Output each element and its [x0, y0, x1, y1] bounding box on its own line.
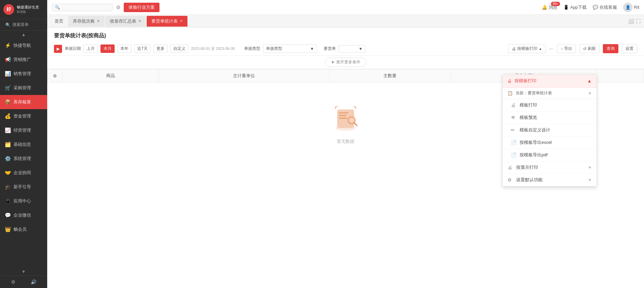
sidebar-item-finance[interactable]: 💰 资金管理 [0, 109, 47, 123]
date-7days-btn[interactable]: 近7天 [134, 44, 151, 53]
topbar-right: 🔔 消息 99+ 📱 App下载 💬 在线客服 👤 Rit [542, 3, 639, 12]
date-prev-month-btn[interactable]: 上月 [84, 44, 98, 53]
sidebar-item-quicknav[interactable]: ⚡ 快捷导航 [0, 38, 47, 53]
yaohuodan-select[interactable]: ▼ [339, 45, 365, 53]
system-icon: ⚙️ [5, 156, 11, 162]
sidebar-item-label: 营销推广 [13, 57, 31, 63]
toolbar-expand-button[interactable]: ▶ [54, 45, 62, 53]
basic-icon: 🗂️ [5, 141, 11, 148]
sidebar-item-sales[interactable]: 📊 销售管理 [0, 67, 47, 81]
sidebar-item-wechat[interactable]: 💬 企业微信 [0, 208, 47, 222]
tab-home[interactable]: 首页 [51, 16, 67, 26]
sidebar-item-label: 库存核算 [13, 99, 31, 105]
topbar-gear-icon[interactable]: ⚙ [116, 4, 120, 10]
sidebar-item-member[interactable]: 👑 畅会员 [0, 222, 47, 236]
trial-button[interactable]: 体验行业方案 [124, 3, 159, 12]
tab-minimize-icon[interactable]: ⬜ [628, 19, 634, 24]
dropdown-header-left: 🖨 按模板打印 [507, 78, 536, 84]
app-logo: 好 畅捷通好生意 标准版 [0, 0, 47, 19]
sidebar-item-system[interactable]: ⚙️ 系统管理 [0, 152, 47, 166]
print-dropdown-icon: 🖨 [507, 78, 512, 84]
svg-line-7 [354, 123, 357, 126]
purchase-icon: 🛒 [5, 85, 11, 91]
sidebar-item-purchase[interactable]: 🛒 采购管理 [0, 81, 47, 95]
template-print-label: 模板打印 [520, 102, 537, 108]
refresh-button[interactable]: ↺ 刷新 [579, 44, 599, 53]
column-settings-icon[interactable]: ⚙ [53, 73, 57, 78]
filter-toolbar: ▶ 单据日期 上月 本月 本年 近7天 更多 自定义 2023-06-01 至 … [47, 42, 644, 56]
expand-more-button[interactable]: ▼ 展开更多条件 [325, 58, 366, 67]
settings-button[interactable]: ⚙ [11, 279, 16, 285]
bell-icon: 🔔 [542, 5, 547, 10]
sidebar-item-label: 企业微信 [13, 212, 31, 218]
sidebar-item-inventory[interactable]: 📦 库存核算 [0, 95, 47, 109]
user-avatar-icon: 👤 [625, 5, 631, 10]
sidebar-nav: ⚡ 快捷导航 📢 营销推广 📊 销售管理 🛒 采购管理 📦 库存核算 💰 资金管… [0, 38, 47, 268]
dropdown-item-template-excel[interactable]: 📄 按模板导出excel [503, 136, 596, 149]
tab-order-stats[interactable]: 要货单统计表 ✕ [147, 16, 187, 27]
online-service-button[interactable]: 💬 在线客服 [593, 4, 617, 10]
user-menu-button[interactable]: 👤 Rit [623, 3, 639, 12]
svg-rect-2 [339, 112, 348, 114]
sidebar-item-label: 系统管理 [13, 156, 31, 162]
sidebar-item-marketing[interactable]: 📢 营销推广 [0, 53, 47, 67]
dropdown-item-template-pdf[interactable]: 📄 按模板导出pdf [503, 149, 596, 161]
tab-batch[interactable]: 库存批次账 ✕ [68, 16, 105, 27]
type-filter-label: 单据类型 [244, 46, 260, 52]
date-custom-btn[interactable]: 自定义 [170, 44, 188, 53]
operation-icon: 📈 [5, 127, 11, 133]
sidebar-item-guide[interactable]: 🎓 新手引导 [0, 180, 47, 194]
default-func-label: 设置默认功能 [516, 177, 543, 183]
marketing-icon: 📢 [5, 57, 11, 63]
type-filter-select[interactable]: 单据类型 ▼ [263, 44, 317, 53]
nav-scroll-down[interactable]: ▼ [0, 268, 47, 276]
svg-rect-4 [339, 118, 348, 119]
sidebar-search[interactable]: 🔍 搜索菜单 [0, 19, 47, 31]
date-this-year-btn[interactable]: 本年 [117, 44, 131, 53]
date-more-btn[interactable]: 更多 [153, 44, 168, 53]
tab-receipt-close[interactable]: ✕ [138, 19, 141, 23]
more-options-icon[interactable]: ··· [549, 46, 554, 52]
tab-order-stats-close[interactable]: ✕ [180, 19, 183, 23]
sidebar-item-basic[interactable]: 🗂️ 基础信息 [0, 137, 47, 152]
sound-button[interactable]: 🔊 [31, 279, 36, 285]
current-template-label: 当前：要货单统计表 [516, 90, 552, 96]
template-print-icon: 🖨 [511, 102, 516, 108]
dropdown-item-display-print[interactable]: 🖨 按显示打印 ▼ [503, 161, 596, 174]
nav-scroll-up[interactable]: ▲ [0, 31, 47, 38]
sidebar-item-appstore[interactable]: 📱 应用中心 [0, 194, 47, 208]
dropdown-item-template-preview[interactable]: 👁 模板预览 [503, 111, 596, 124]
export-button[interactable]: ↑ 导出 [557, 44, 576, 53]
current-template-left: 📋 当前：要货单统计表 [507, 90, 552, 96]
date-this-month-btn[interactable]: 本月 [100, 44, 115, 53]
appstore-icon: 📱 [5, 198, 11, 204]
filter-section: 单据日期 上月 本月 本年 近7天 更多 自定义 2023-06-01 至 20… [65, 44, 505, 53]
display-print-chevron: ▼ [588, 165, 592, 169]
quicknav-icon: ⚡ [5, 42, 11, 49]
sidebar-item-operation[interactable]: 📈 经营管理 [0, 123, 47, 137]
current-template-chevron: ▼ [588, 91, 592, 95]
query-button[interactable]: 查询 [603, 44, 618, 53]
dropdown-item-template-design[interactable]: ✏ 模板自定义设计 [503, 124, 596, 136]
inventory-icon: 📦 [5, 99, 11, 105]
app-download-button[interactable]: 📱 App下载 [563, 4, 587, 10]
topbar-search[interactable]: 🔍 [52, 4, 113, 11]
dropdown-item-template-print[interactable]: 🖨 模板打印 [503, 99, 596, 111]
tab-batch-close[interactable]: ✕ [97, 19, 100, 23]
messages-button[interactable]: 🔔 消息 99+ [542, 4, 557, 10]
settings-button-toolbar[interactable]: 设置 [622, 44, 637, 53]
current-template-row[interactable]: 📋 当前：要货单统计表 ▼ [503, 88, 596, 99]
topbar: 🔍 ⚙ 体验行业方案 🔔 消息 99+ 📱 App下载 💬 在线客服 [47, 0, 644, 15]
settings-col-header[interactable]: ⚙ [48, 69, 62, 83]
sidebar-item-label: 畅会员 [13, 226, 27, 232]
dropdown-close-chevron[interactable]: ▲ [587, 78, 592, 84]
print-template-button[interactable]: 🖨 按模板打印 ▲ [508, 44, 546, 53]
tab-resize-buttons: ⬜ ⛶ [628, 19, 641, 24]
dropdown-item-default-func[interactable]: ⚙ 设置默认功能 ▼ [503, 174, 596, 186]
tab-receipt[interactable]: 收发存汇总表 ✕ [105, 16, 146, 27]
sidebar-item-collab[interactable]: 🤝 企业协同 [0, 166, 47, 180]
member-icon: 👑 [5, 226, 11, 232]
tab-maximize-icon[interactable]: ⛶ [636, 19, 641, 24]
dropdown-header[interactable]: 🖨 按模板打印 ▲ [503, 74, 596, 88]
service-icon: 💬 [593, 5, 598, 10]
